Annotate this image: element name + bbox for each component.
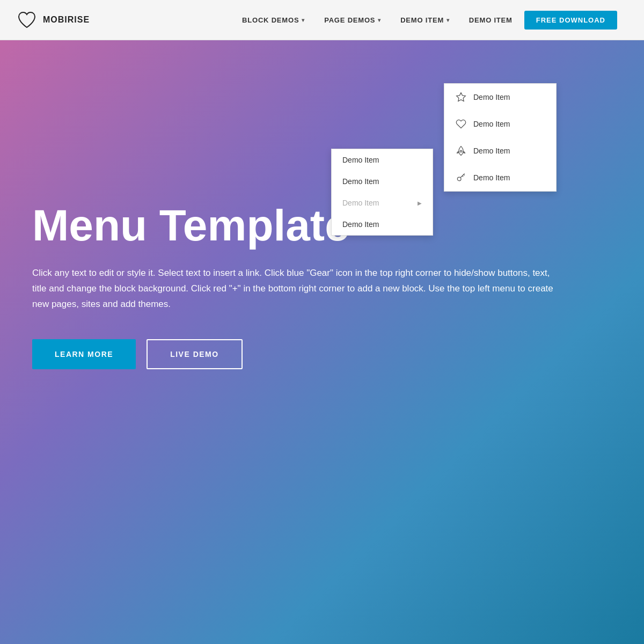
free-download-button[interactable]: FREE DOWNLOAD: [524, 11, 617, 30]
dropdown-item-4[interactable]: Demo Item: [332, 214, 433, 235]
hero-buttons: LEARN MORE LIVE DEMO: [32, 339, 612, 369]
nav-link-page-demos[interactable]: PAGE DEMOS ▾: [317, 11, 389, 30]
caret-icon: ▾: [302, 17, 305, 23]
nav-menu: BLOCK DEMOS ▾ PAGE DEMOS ▾ DEMO ITEM ▾ D…: [235, 11, 617, 30]
caret-icon: ▾: [378, 17, 381, 23]
submenu: Demo Item Demo Item Demo Item: [444, 83, 557, 192]
nav-item-demo-item-2: DEMO ITEM: [462, 11, 520, 30]
hero-description: Click any text to edit or style it. Sele…: [32, 266, 558, 312]
dropdown-demo-item: Demo Item Demo Item Demo Item Demo Item: [331, 149, 433, 236]
nav-item-block-demos: BLOCK DEMOS ▾: [235, 11, 312, 30]
learn-more-button[interactable]: LEARN MORE: [32, 339, 136, 369]
submenu-item-1[interactable]: Demo Item: [444, 84, 556, 111]
dropdown-area: Demo Item Demo Item Demo Item Demo Item …: [331, 40, 444, 149]
brand-name: MOBIRISE: [43, 15, 90, 25]
nav-item-demo-item-1: DEMO ITEM ▾: [393, 11, 457, 30]
key-icon: [455, 172, 467, 184]
rocket-icon: [455, 145, 467, 157]
submenu-item-2[interactable]: Demo Item: [444, 111, 556, 137]
heart-icon: [455, 118, 467, 130]
live-demo-button[interactable]: LIVE DEMO: [147, 339, 243, 369]
nav-item-page-demos: PAGE DEMOS ▾: [317, 11, 389, 30]
dropdown-item-2[interactable]: Demo Item: [332, 171, 433, 192]
svg-point-2: [457, 177, 461, 181]
submenu-item-4[interactable]: Demo Item: [444, 164, 556, 191]
nav-link-block-demos[interactable]: BLOCK DEMOS ▾: [235, 11, 312, 30]
star-icon: [455, 91, 467, 103]
brand-logo-icon: [16, 9, 38, 31]
brand-link[interactable]: MOBIRISE: [16, 9, 90, 31]
dropdown-item-3[interactable]: Demo Item: [332, 192, 433, 214]
caret-icon: ▾: [447, 17, 450, 23]
submenu-item-3[interactable]: Demo Item: [444, 137, 556, 164]
navbar: MOBIRISE BLOCK DEMOS ▾ PAGE DEMOS ▾ DEMO…: [0, 0, 644, 40]
hero-title: Menu Template: [32, 201, 612, 250]
svg-marker-0: [457, 93, 466, 101]
svg-point-1: [460, 150, 462, 152]
nav-link-demo-item-2[interactable]: DEMO ITEM: [462, 11, 520, 30]
nav-link-demo-item-1[interactable]: DEMO ITEM ▾: [393, 11, 457, 30]
dropdown-item-1[interactable]: Demo Item: [332, 149, 433, 171]
